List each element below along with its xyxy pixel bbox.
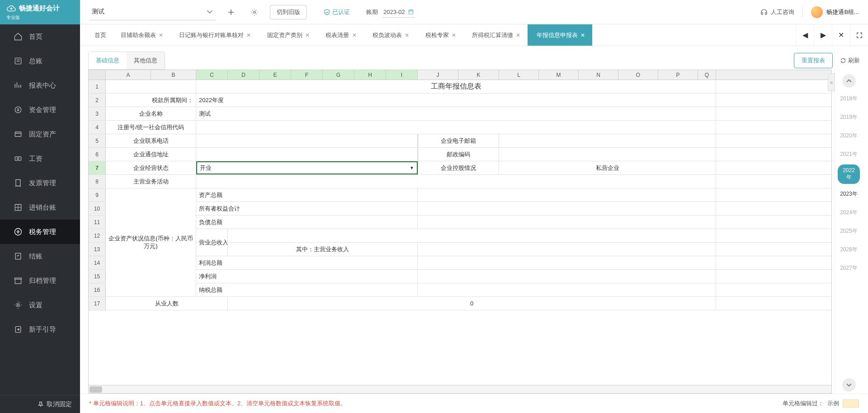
app-header: 畅捷通好会计 专业版 测试 切到旧版 已认证 账期 2023-02 人工咨询 [0,0,868,24]
support-link[interactable]: 人工咨询 [760,8,794,16]
chevron-down-icon [207,9,213,15]
cloud-icon [6,4,16,14]
tab-close-button[interactable]: ✕ [832,24,850,25]
add-button[interactable] [223,4,239,20]
user-menu[interactable]: 畅捷通B组... [811,6,859,18]
verified-badge: 已认证 [323,8,350,16]
company-name: 测试 [92,8,104,16]
headset-icon [760,8,768,16]
period-picker[interactable]: 2023-02 [382,7,415,18]
brand-logo: 畅捷通好会计 专业版 [0,0,80,24]
company-dropdown[interactable]: 测试 [89,4,216,20]
shield-check-icon [323,9,330,16]
tabs-scroll-left[interactable]: ◀ [796,24,814,25]
svg-point-0 [254,11,256,13]
accounting-period: 账期 2023-02 [366,7,415,18]
tabs-scroll-right[interactable]: ▶ [814,24,832,25]
avatar-icon [811,6,823,18]
calendar-icon [408,9,414,15]
settings-icon-button[interactable] [246,4,263,20]
svg-rect-1 [409,10,413,14]
switch-old-version-button[interactable]: 切到旧版 [270,5,307,19]
fullscreen-button[interactable] [850,24,868,25]
